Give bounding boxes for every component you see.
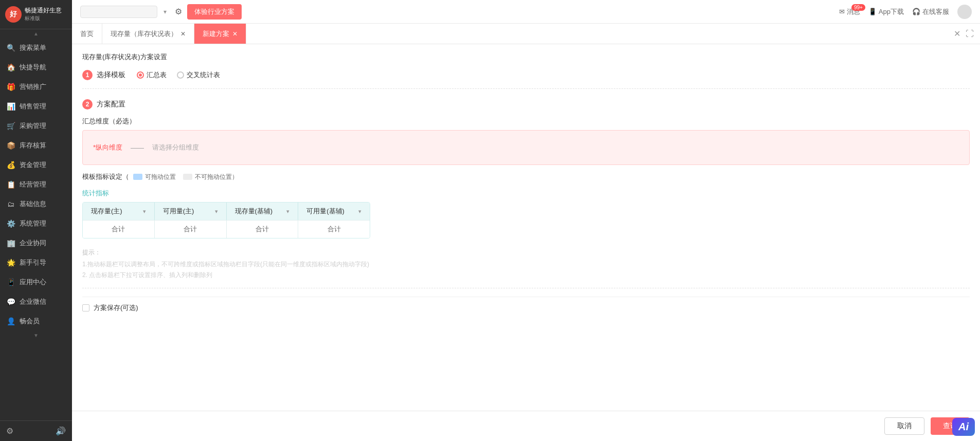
settings-icon[interactable]: ⚙ — [6, 426, 13, 436]
stats-label: 统计指标 — [82, 189, 970, 198]
close-panel-icon[interactable]: ✕ — [954, 29, 960, 39]
sidebar-item-marketing[interactable]: 🎁 营销推广 — [0, 77, 72, 97]
trial-industry-button[interactable]: 体验行业方案 — [187, 4, 242, 20]
topbar-gear-icon[interactable]: ⚙ — [175, 7, 182, 16]
sidebar-item-appcenter[interactable]: 📱 应用中心 — [0, 272, 72, 292]
sidebar-item-member[interactable]: 👤 畅会员 — [0, 311, 72, 331]
step1-header: 1 选择模板 汇总表 交叉统计表 — [82, 70, 970, 80]
sidebar-bottom: ⚙ 🔊 — [0, 420, 72, 441]
main-area: ▾ ⚙ 体验行业方案 ✉ 消息 99+ 📱 App下载 🎧 在线客服 首页 — [72, 0, 980, 441]
col1-chevron-icon[interactable]: ▾ — [215, 208, 218, 215]
topbar-chevron-icon[interactable]: ▾ — [164, 8, 167, 15]
fixed-color-box — [183, 174, 192, 180]
building-icon: 🏢 — [6, 238, 15, 248]
step2-section: 2 方案配置 汇总维度（必选） *纵向维度 —— 请选择分组维度 模板指标设定（ — [82, 99, 970, 319]
footer: 取消 查询 — [72, 411, 980, 441]
online-service-button[interactable]: 🎧 在线客服 — [912, 7, 949, 16]
indicator-settings: 模板指标设定（ 可拖动位置 不可拖动位置） — [82, 172, 970, 181]
topbar-search-input[interactable] — [80, 6, 157, 18]
dimension-dash: —— — [131, 144, 144, 152]
indicator-legend: 可拖动位置 不可拖动位置） — [133, 173, 238, 181]
tab-inventory-close-icon[interactable]: ✕ — [180, 30, 186, 38]
tab-new-plan-close-icon[interactable]: ✕ — [232, 30, 238, 38]
sidebar-item-purchase[interactable]: 🛒 采购管理 — [0, 116, 72, 136]
user-icon: 👤 — [6, 317, 15, 326]
sidebar-item-finance[interactable]: 💰 资金管理 — [0, 155, 72, 175]
stats-col-3[interactable]: 可用量(基辅) ▾ — [298, 203, 370, 220]
sidebar-item-enterprise[interactable]: 🏢 企业协同 — [0, 233, 72, 253]
gear-icon: ⚙️ — [6, 219, 15, 228]
sidebar-item-inventory[interactable]: 📦 库存核算 — [0, 136, 72, 155]
sidebar-scroll-up[interactable]: ▲ — [0, 29, 72, 38]
tip-item-0: 1.拖动标题栏可以调整布局，不可跨维度或指标区域拖动栏目字段(只能在同一维度或指… — [82, 260, 970, 269]
phone-icon: 📱 — [6, 278, 15, 287]
step1-section: 1 选择模板 汇总表 交叉统计表 — [82, 70, 970, 89]
col3-chevron-icon[interactable]: ▾ — [358, 208, 361, 215]
radio-cross[interactable]: 交叉统计表 — [177, 70, 220, 80]
stats-header-row: 现存量(主) ▾ 可用量(主) ▾ 现存量(基辅) ▾ — [83, 203, 370, 220]
template-radio-group: 汇总表 交叉统计表 — [137, 70, 220, 80]
sidebar-scroll-down[interactable]: ▼ — [0, 331, 72, 340]
cart-icon: 🛒 — [6, 121, 15, 131]
stats-cell-2: 合计 — [227, 220, 299, 238]
ai-badge[interactable]: Ai — [952, 418, 975, 436]
star-icon: 🌟 — [6, 258, 15, 267]
sidebar-item-newguide[interactable]: 🌟 新手引导 — [0, 253, 72, 272]
dimension-box[interactable]: *纵向维度 —— 请选择分组维度 — [82, 130, 970, 165]
stats-cell-0: 合计 — [83, 220, 155, 238]
expand-icon[interactable]: ⛶ — [966, 29, 974, 39]
tips-title: 提示： — [82, 248, 970, 257]
step2-number: 2 — [82, 99, 93, 109]
sidebar-item-sales[interactable]: 📊 销售管理 — [0, 97, 72, 116]
stats-col-0[interactable]: 现存量(主) ▾ — [83, 203, 155, 220]
tab-new-plan[interactable]: 新建方案 ✕ — [194, 24, 246, 44]
topbar-right: ✉ 消息 99+ 📱 App下载 🎧 在线客服 — [839, 5, 972, 19]
step1-title: 选择模板 — [97, 70, 125, 80]
logo-icon: 好 — [5, 6, 22, 23]
step1-divider — [82, 88, 970, 89]
stats-col-2[interactable]: 现存量(基辅) ▾ — [227, 203, 299, 220]
step2-title: 方案配置 — [97, 100, 125, 109]
tabbar: 首页 现存量（库存状况表） ✕ 新建方案 ✕ ✕ ⛶ — [72, 24, 980, 44]
sidebar-item-business[interactable]: 📋 经营管理 — [0, 175, 72, 194]
sidebar-item-search[interactable]: 🔍 搜索菜单 — [0, 38, 72, 58]
save-option: 方案保存(可选) — [82, 297, 970, 319]
message-button[interactable]: ✉ 消息 99+ — [839, 7, 860, 16]
stats-table: 现存量(主) ▾ 可用量(主) ▾ 现存量(基辅) ▾ — [82, 202, 370, 238]
legend-fixed: 不可拖动位置） — [183, 173, 238, 181]
step1-number: 1 — [82, 70, 93, 80]
save-checkbox[interactable] — [82, 304, 89, 311]
tabbar-actions: ✕ ⛶ — [948, 24, 980, 44]
tab-inventory-status[interactable]: 现存量（库存状况表） ✕ — [102, 24, 194, 44]
indicator-label: 模板指标设定（ 可拖动位置 不可拖动位置） — [82, 172, 970, 181]
tips-section: 提示： 1.拖动标题栏可以调整布局，不可跨维度或指标区域拖动栏目字段(只能在同一… — [82, 248, 970, 280]
app-logo: 好 畅捷通好生意 标准版 — [0, 0, 72, 29]
radio-summary[interactable]: 汇总表 — [137, 70, 167, 80]
stats-cell-1: 合计 — [155, 220, 227, 238]
stats-cell-3: 合计 — [298, 220, 370, 238]
content-inner: 现存量(库存状况表)方案设置 1 选择模板 汇总表 交叉统计表 — [72, 44, 980, 411]
step2-divider — [82, 288, 970, 288]
app-download-button[interactable]: 📱 App下载 — [868, 7, 904, 16]
sidebar-item-basic[interactable]: 🗂 基础信息 — [0, 194, 72, 214]
sidebar-item-wechat[interactable]: 💬 企业微信 — [0, 292, 72, 311]
sidebar: 好 畅捷通好生意 标准版 ▲ 🔍 搜索菜单 🏠 快捷导航 🎁 营销推广 📊 销售… — [0, 0, 72, 441]
stats-col-1[interactable]: 可用量(主) ▾ — [155, 203, 227, 220]
step2-header: 2 方案配置 — [82, 99, 970, 109]
phone-icon: 📱 — [868, 8, 877, 15]
box-icon: 📦 — [6, 141, 15, 150]
sidebar-item-quicknav[interactable]: 🏠 快捷导航 — [0, 58, 72, 77]
gift-icon: 🎁 — [6, 82, 15, 91]
sound-icon[interactable]: 🔊 — [56, 426, 66, 436]
chart-icon: 📊 — [6, 102, 15, 111]
col2-chevron-icon[interactable]: ▾ — [286, 208, 289, 215]
user-avatar[interactable] — [957, 5, 972, 19]
cancel-button[interactable]: 取消 — [884, 417, 924, 435]
clipboard-icon: 📋 — [6, 180, 15, 189]
col0-chevron-icon[interactable]: ▾ — [143, 208, 146, 215]
draggable-color-box — [133, 174, 142, 180]
tab-home[interactable]: 首页 — [72, 24, 102, 44]
tip-item-1: 2. 点击标题栏下拉可设置排序、插入列和删除列 — [82, 271, 970, 280]
sidebar-item-system[interactable]: ⚙️ 系统管理 — [0, 214, 72, 233]
page-title: 现存量(库存状况表)方案设置 — [82, 52, 970, 62]
